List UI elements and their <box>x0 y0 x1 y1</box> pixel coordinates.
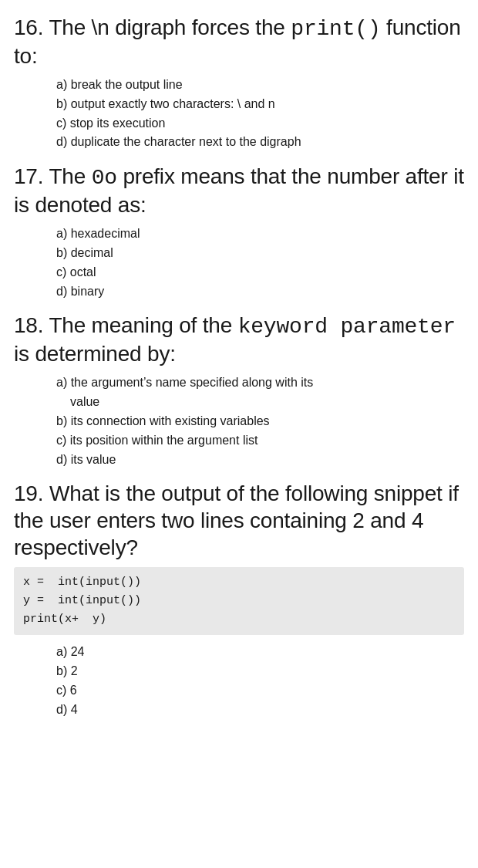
list-item: b) 2 <box>56 662 464 681</box>
question-17-options: a) hexadecimal b) decimal c) octal d) bi… <box>14 225 464 301</box>
list-item: d) 4 <box>56 701 464 720</box>
question-18-options: a) the argument’s name specified along w… <box>14 373 464 469</box>
question-16-options: a) break the output line b) output exact… <box>14 76 464 152</box>
list-item: a) hexadecimal <box>56 225 464 244</box>
code-block: x = int(input()) y = int(input()) print(… <box>14 567 464 635</box>
list-item: d) its value <box>56 451 464 470</box>
question-17-title: 17. The 0o prefix means that the number … <box>14 163 464 218</box>
question-18-title: 18. The meaning of the keyword parameter… <box>14 312 464 367</box>
question-17: 17. The 0o prefix means that the number … <box>14 163 464 301</box>
list-item: a) 24 <box>56 643 464 662</box>
q16-code-inline: print() <box>291 17 380 41</box>
list-item: c) stop its execution <box>56 114 464 133</box>
question-19-title: 19. What is the output of the following … <box>14 480 464 561</box>
question-18: 18. The meaning of the keyword parameter… <box>14 312 464 469</box>
list-item: d) duplicate the character next to the d… <box>56 133 464 152</box>
question-19: 19. What is the output of the following … <box>14 480 464 719</box>
list-item: a) the argument’s name specified along w… <box>56 373 464 412</box>
list-item: c) its position within the argument list <box>56 431 464 451</box>
list-item: a) break the output line <box>56 76 464 95</box>
question-16-title: 16. The \n digraph forces the print() fu… <box>14 14 464 69</box>
question-16: 16. The \n digraph forces the print() fu… <box>14 14 464 152</box>
list-item: b) its connection with existing variable… <box>56 412 464 431</box>
q18-code-inline: keyword parameter <box>238 315 456 339</box>
list-item: d) binary <box>56 282 464 302</box>
list-item: c) 6 <box>56 681 464 701</box>
question-19-options: a) 24 b) 2 c) 6 d) 4 <box>14 643 464 719</box>
list-item: b) output exactly two characters: \ and … <box>56 95 464 114</box>
q17-code-inline: 0o <box>92 166 117 190</box>
list-item: c) octal <box>56 263 464 282</box>
list-item: b) decimal <box>56 244 464 263</box>
